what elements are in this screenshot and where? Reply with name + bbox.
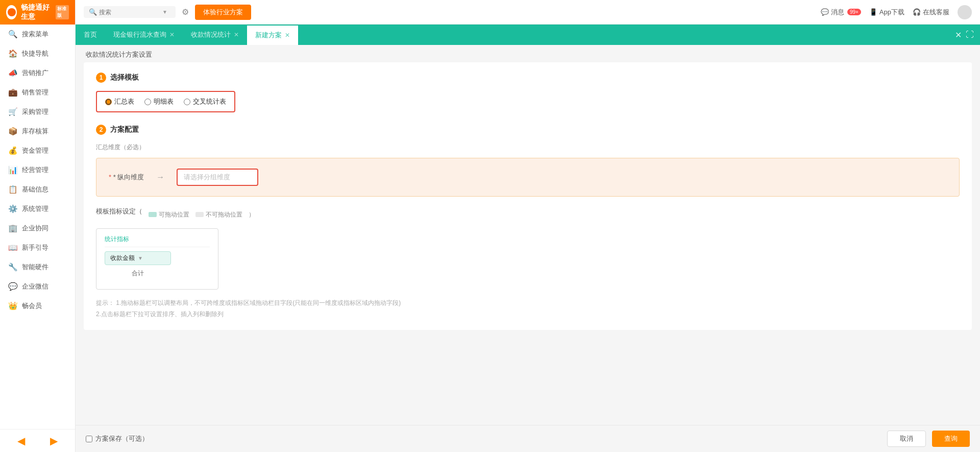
notification-badge: 99+ [847,9,861,15]
sidebar-item-basic-info[interactable]: 📋 基础信息 [0,180,75,199]
tab-minimize-icon[interactable]: ✕ [955,30,962,40]
tab-maximize-icon[interactable]: ⛶ [966,30,974,39]
arrow-icon: → [156,173,164,182]
radio-cross[interactable]: 交叉统计表 [184,97,226,106]
save-option[interactable]: 方案保存（可选） [86,434,149,443]
tab-receipt-stats[interactable]: 收款情况统计 ✕ [183,25,247,45]
tip-2: 2.点击标题栏下拉可设置排序、插入列和删除列 [96,309,960,320]
sidebar-item-sales[interactable]: 💼 销售管理 [0,83,75,102]
tab-close-icon[interactable]: ✕ [285,32,290,39]
sidebar-item-hardware[interactable]: 🔧 智能硬件 [0,257,75,277]
step1-number: 1 [96,73,106,83]
dimension-section-label: 汇总维度（必选） [96,143,960,152]
radio-detail-input[interactable] [144,99,151,105]
sidebar-item-guide[interactable]: 📖 新手引导 [0,238,75,257]
sidebar-item-label: 基础信息 [22,185,48,194]
main-area: 🔍 ▼ ⚙ 体验行业方案 💬 消息 99+ 📱 App下载 🎧 在线客服 [76,0,980,452]
sidebar-item-label: 搜索菜单 [22,30,48,39]
search-box[interactable]: 🔍 ▼ [84,6,176,18]
sidebar-item-label: 企业微信 [22,282,48,291]
settings-icon[interactable]: ⚙ [182,7,189,17]
download-label: App下载 [879,8,904,17]
radio-detail[interactable]: 明细表 [144,97,174,106]
management-icon: 📊 [8,165,18,175]
draggable-hint: 可拖动位置 [149,210,189,219]
metric-chip-revenue[interactable]: 收款金额 ▼ [105,251,171,265]
metrics-label-row: 模板指标设定（ 可拖动位置 不可拖动位置 ） [96,207,960,222]
notification-item[interactable]: 💬 消息 99+ [821,8,861,17]
basicinfo-icon: 📋 [8,185,18,194]
download-icon: 📱 [869,8,877,16]
radio-summary[interactable]: 汇总表 [105,97,134,106]
sidebar-footer-btn1[interactable]: ◀ [17,435,25,447]
industry-btn[interactable]: 体验行业方案 [195,5,251,20]
support-item[interactable]: 🎧 在线客服 [913,8,949,17]
search-dropdown-icon[interactable]: ▼ [162,9,167,15]
sidebar-footer: ◀ ▶ [0,429,75,452]
metrics-label-part: 模板指标设定（ [96,207,142,215]
sidebar-item-management[interactable]: 📊 经营管理 [0,160,75,180]
tab-new-plan[interactable]: 新建方案 ✕ [247,25,298,45]
avatar[interactable] [958,5,972,19]
sidebar-item-purchase[interactable]: 🛒 采购管理 [0,102,75,122]
marketing-icon: 📣 [8,68,18,78]
sidebar-item-label: 快捷导航 [22,49,48,58]
step2-title: 方案配置 [110,125,139,134]
sidebar-item-system[interactable]: ⚙️ 系统管理 [0,199,75,219]
home-icon: 🏠 [8,49,18,58]
sidebar-item-member[interactable]: 👑 畅会员 [0,296,75,316]
download-item[interactable]: 📱 App下载 [869,8,904,17]
tab-label: 现金银行流水查询 [113,30,166,39]
tab-close-icon[interactable]: ✕ [234,31,239,38]
sidebar-item-label: 销售管理 [22,88,48,97]
dimension-row: * * 纵向维度 → 请选择分组维度 [109,169,947,186]
metric-total-label: 合计 [105,267,171,280]
radio-cross-input[interactable] [184,99,190,105]
metrics-closing: ） [249,210,255,219]
drag-indicator [149,212,157,217]
sidebar-item-label: 新手引导 [22,243,48,252]
app-tag: 标准版 [56,5,69,19]
tab-home[interactable]: 首页 [76,25,105,45]
wechat-icon: 💬 [8,282,18,291]
chip-dropdown-icon[interactable]: ▼ [138,255,143,261]
guide-icon: 📖 [8,243,18,252]
step2-label: 2 方案配置 [96,125,960,135]
metrics-label-text: 模板指标设定（ [96,207,142,216]
search-input[interactable] [99,9,160,16]
app-name: 畅捷通好生意 [21,3,53,21]
metrics-section-title: 统计指标 [105,235,210,247]
sidebar-item-inventory[interactable]: 📦 库存核算 [0,122,75,141]
tip-1: 提示： 1.拖动标题栏可以调整布局，不可跨维度或指标区域拖动栏目字段(只能在同一… [96,298,960,309]
dimension-select[interactable]: 请选择分组维度 [177,169,258,186]
support-icon: 🎧 [913,8,921,16]
sidebar-item-label: 企业协同 [22,224,48,233]
cancel-button[interactable]: 取消 [887,431,926,447]
save-checkbox[interactable] [86,436,92,442]
radio-summary-input[interactable] [105,99,112,105]
tab-cashflow[interactable]: 现金银行流水查询 ✕ [105,25,183,45]
notification-icon: 💬 [821,8,829,16]
sidebar-item-label: 采购管理 [22,107,48,116]
sidebar: 畅捷通好生意 标准版 🔍 搜索菜单 🏠 快捷导航 📣 营销推广 💼 销售管理 🛒… [0,0,76,452]
sidebar-item-label: 系统管理 [22,204,48,213]
tab-controls: ✕ ⛶ [949,30,980,40]
sidebar-item-finance[interactable]: 💰 资金管理 [0,141,75,160]
draggable-label: 可拖动位置 [159,210,189,219]
sidebar-item-nav[interactable]: 🏠 快捷导航 [0,44,75,63]
sidebar-item-wechat[interactable]: 💬 企业微信 [0,277,75,296]
dimension-placeholder: 请选择分组维度 [184,173,230,182]
sidebar-item-search[interactable]: 🔍 搜索菜单 [0,25,75,44]
sidebar-item-label: 经营管理 [22,165,48,175]
metrics-hint: 可拖动位置 不可拖动位置 ） [149,210,255,219]
sidebar-item-label: 营销推广 [22,68,48,78]
sidebar-item-marketing[interactable]: 📣 营销推广 [0,63,75,83]
sidebar-footer-btn2[interactable]: ▶ [50,435,58,447]
sidebar-item-label: 智能硬件 [22,263,48,272]
tab-label: 新建方案 [255,31,282,40]
system-icon: ⚙️ [8,204,18,213]
query-button[interactable]: 查询 [932,431,970,447]
no-drag-hint: 不可拖动位置 [195,210,242,219]
tab-close-icon[interactable]: ✕ [169,31,175,38]
sidebar-item-enterprise[interactable]: 🏢 企业协同 [0,219,75,238]
